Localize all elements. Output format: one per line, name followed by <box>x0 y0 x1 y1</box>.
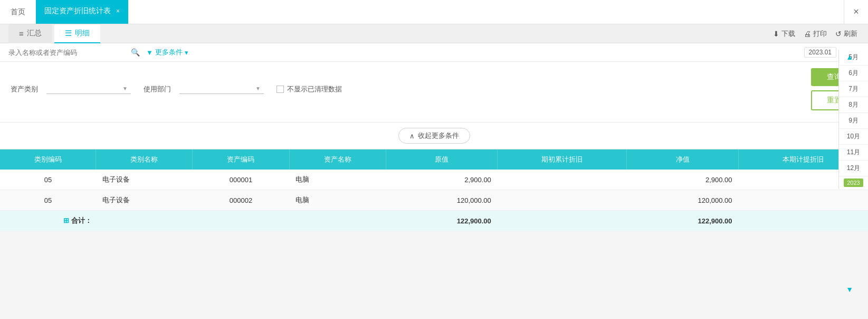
col-net-value: 净值 <box>627 149 739 170</box>
col-cat-name: 类别名称 <box>96 149 193 170</box>
date-sidebar: 5月 6月 7月 8月 9月 10月 11月 12月 2023 <box>838 50 868 189</box>
total-icon: ⊞ <box>63 217 69 224</box>
summary-icon: ≡ <box>19 29 24 38</box>
asset-category-label: 资产类别 <box>11 85 42 94</box>
tab-detail[interactable]: ☰ 明细 <box>54 24 100 43</box>
download-label: 下载 <box>781 29 795 39</box>
nav-tab-close-icon[interactable]: × <box>116 7 120 15</box>
cell-accum-dep <box>498 190 627 211</box>
top-nav: 首页 固定资产折旧统计表 × × <box>0 0 868 24</box>
table-body: 05 电子设备 000001 电脑 2,900.00 2,900.00 05 电… <box>0 170 868 231</box>
tab-summary-label: 汇总 <box>27 29 42 38</box>
search-input[interactable] <box>8 49 125 57</box>
more-filter-button[interactable]: ▼ 更多条件 ▾ <box>146 48 188 57</box>
total-original: 122,900.00 <box>386 211 498 231</box>
chevron-down-icon: ▾ <box>185 49 188 57</box>
filter-row: 资产类别 ▼ 使用部门 ▼ 不显示已清理数据 查询 重置 <box>11 68 857 110</box>
total-net-value: 122,900.00 <box>627 211 739 231</box>
department-select[interactable]: ▼ <box>179 85 264 94</box>
date-month-12[interactable]: 12月 <box>839 161 868 176</box>
cell-cat-code: 05 <box>0 170 96 190</box>
hide-cleared-field: 不显示已清理数据 <box>276 85 342 94</box>
refresh-label: 刷新 <box>844 29 857 39</box>
refresh-button[interactable]: ↺ 刷新 <box>835 29 857 39</box>
cell-original: 120,000.00 <box>386 190 498 211</box>
date-month-8[interactable]: 8月 <box>839 97 868 113</box>
cell-accum-dep <box>498 170 627 190</box>
filter-area: 资产类别 ▼ 使用部门 ▼ 不显示已清理数据 查询 重置 <box>0 62 868 123</box>
date-month-6[interactable]: 6月 <box>839 65 868 81</box>
cell-cat-name: 电子设备 <box>96 190 193 211</box>
col-asset-name: 资产名称 <box>289 149 386 170</box>
print-label: 打印 <box>813 29 827 39</box>
collapse-label: 收起更多条件 <box>418 131 459 140</box>
collapse-up-icon: ∧ <box>409 132 415 140</box>
asset-category-select[interactable]: ▼ <box>46 85 131 94</box>
table-header: 类别编码 类别名称 资产编码 资产名称 原值 期初累计折旧 净值 本期计提折旧 <box>0 149 868 170</box>
main-table: 类别编码 类别名称 资产编码 资产名称 原值 期初累计折旧 净值 本期计提折旧 … <box>0 149 868 231</box>
cell-cat-code: 05 <box>0 190 96 211</box>
cell-asset-code: 000001 <box>193 170 289 190</box>
more-filter-label: 更多条件 <box>155 48 183 57</box>
col-original: 原值 <box>386 149 498 170</box>
cell-asset-code: 000002 <box>193 190 289 211</box>
total-period-dep <box>739 211 868 231</box>
date-scroll-down-icon[interactable]: ▼ <box>846 285 853 294</box>
nav-close-all-button[interactable]: × <box>844 0 868 24</box>
nav-tab-active[interactable]: 固定资产折旧统计表 × <box>36 0 128 24</box>
nav-tab-label: 固定资产折旧统计表 <box>44 6 111 16</box>
cell-original: 2,900.00 <box>386 170 498 190</box>
print-icon: 🖨 <box>804 30 811 38</box>
search-bar: 🔍 ▼ 更多条件 ▾ 2023.01 › <box>0 43 868 62</box>
date-scroll-up-icon[interactable]: ▲ <box>846 53 853 61</box>
subtabs-container: ≡ 汇总 ☰ 明细 <box>0 24 773 43</box>
table-row: 05 电子设备 000001 电脑 2,900.00 2,900.00 <box>0 170 868 190</box>
cell-net-value: 120,000.00 <box>627 190 739 211</box>
nav-home[interactable]: 首页 <box>0 0 36 24</box>
collapse-more-button[interactable]: ∧ 收起更多条件 <box>398 128 470 144</box>
asset-category-input[interactable] <box>46 85 120 92</box>
cell-asset-name: 电脑 <box>289 170 386 190</box>
cell-period-dep <box>739 190 868 211</box>
department-arrow-icon: ▼ <box>255 86 261 91</box>
date-month-11[interactable]: 11月 <box>839 145 868 161</box>
date-year-badge[interactable]: 2023 <box>844 179 863 187</box>
refresh-icon: ↺ <box>835 30 842 38</box>
cell-cat-name: 电子设备 <box>96 170 193 190</box>
cell-asset-name: 电脑 <box>289 190 386 211</box>
department-field: 使用部门 ▼ <box>144 85 264 94</box>
table-row: 05 电子设备 000002 电脑 120,000.00 120,000.00 <box>0 190 868 211</box>
download-icon: ⬇ <box>773 30 779 38</box>
total-accum-dep <box>498 211 627 231</box>
table-wrapper: 类别编码 类别名称 资产编码 资产名称 原值 期初累计折旧 净值 本期计提折旧 … <box>0 149 868 231</box>
date-month-9[interactable]: 9月 <box>839 113 868 129</box>
col-asset-code: 资产编码 <box>193 149 289 170</box>
detail-icon: ☰ <box>65 29 72 38</box>
tab-summary[interactable]: ≡ 汇总 <box>8 24 52 43</box>
asset-category-arrow-icon: ▼ <box>122 86 128 91</box>
col-cat-code: 类别编码 <box>0 149 96 170</box>
subtab-toolbar-row: ≡ 汇总 ☰ 明细 ⬇ 下载 🖨 打印 ↺ 刷新 <box>0 24 868 43</box>
date-month-5[interactable]: 5月 <box>839 50 868 65</box>
collapse-bar: ∧ 收起更多条件 <box>0 123 868 149</box>
department-label: 使用部门 <box>144 85 175 94</box>
hide-cleared-checkbox[interactable] <box>276 86 284 93</box>
tab-detail-label: 明细 <box>75 29 90 38</box>
search-icon[interactable]: 🔍 <box>131 48 140 57</box>
department-input[interactable] <box>179 85 253 92</box>
date-month-10[interactable]: 10月 <box>839 129 868 145</box>
print-button[interactable]: 🖨 打印 <box>804 29 827 39</box>
date-month-7[interactable]: 7月 <box>839 81 868 97</box>
download-button[interactable]: ⬇ 下载 <box>773 29 795 39</box>
total-label: ⊞ 合计： <box>0 211 386 231</box>
filter-icon: ▼ <box>146 49 153 57</box>
col-accum-dep: 期初累计折旧 <box>498 149 627 170</box>
table-total-row: ⊞ 合计： 122,900.00 122,900.00 <box>0 211 868 231</box>
asset-category-field: 资产类别 ▼ <box>11 85 131 94</box>
cell-net-value: 2,900.00 <box>627 170 739 190</box>
hide-cleared-label: 不显示已清理数据 <box>287 85 342 94</box>
date-range-label: 2023.01 <box>804 47 836 58</box>
toolbar-right: ⬇ 下载 🖨 打印 ↺ 刷新 <box>773 24 868 43</box>
